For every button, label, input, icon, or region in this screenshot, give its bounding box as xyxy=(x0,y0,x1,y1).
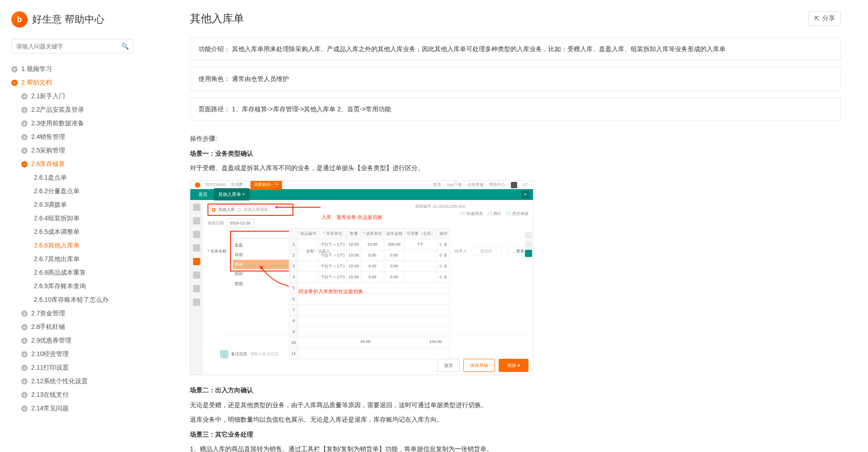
nav-2-2[interactable]: +2.2产品安装及登录 xyxy=(11,103,133,117)
steps-section: 操作步骤: 场景一：业务类型确认 对于受赠、盘盈或是拆装入库等不同的业务，是通过… xyxy=(190,133,841,452)
nav-2-6-1[interactable]: 2.6.1盘点单 xyxy=(11,171,133,185)
nav-2-14[interactable]: +2.14常见问题 xyxy=(11,402,133,415)
ss-tool-history[interactable]: 历史单据 xyxy=(506,210,528,218)
nav-2-9[interactable]: +2.9优惠券管理 xyxy=(11,334,133,347)
nav-2-4[interactable]: +2.4销售管理 xyxy=(11,130,133,144)
role-text: 通常由仓管人员维护 xyxy=(232,75,289,82)
ss-buy-button[interactable]: 我要购买一下 xyxy=(250,181,282,190)
table-row[interactable]: 2个(1个 = 1个)10.000.000.00⊕ 🗑 xyxy=(289,250,450,261)
ss-rb-icon[interactable] xyxy=(525,232,532,239)
ss-dd-opt[interactable]: 盘盈 xyxy=(233,241,291,250)
ss-dd-opt[interactable]: 其他 xyxy=(233,250,291,260)
nav-2-6-2[interactable]: 2.6.2分量盘点单 xyxy=(11,185,133,198)
ss-avatar-icon[interactable] xyxy=(511,182,517,188)
ss-side-icon[interactable] xyxy=(193,271,200,279)
nav-2-5[interactable]: +2.5采购管理 xyxy=(11,144,133,157)
radio-icon[interactable] xyxy=(237,208,241,212)
path-text: 1、库存核算->库存管理->其他入库单 2、首页->常用功能 xyxy=(232,105,391,113)
brand-row: b 好生意 帮助中心 xyxy=(11,11,133,28)
nav-2-6-5[interactable]: 2.6.5成本调整单 xyxy=(11,225,133,239)
ss-total-amt: 100.00 xyxy=(429,338,442,346)
ss-link-home[interactable]: 首页 xyxy=(433,181,441,189)
embedded-screenshot: TEST-H002 先消费 ↓ 我要购买一下 首页 App下载 在线客服 帮助中… xyxy=(190,181,533,375)
scene3-p1: 1、赠品入库的商品直接转为销售。通过工具栏【复制/复制为销货单】功能，将单据信息… xyxy=(190,443,841,452)
ss-jsr-select[interactable]: 请选择 xyxy=(471,247,502,256)
intro-box: 功能介绍：其他入库单用来处理除采购入库、产成品入库之外的其他入库业务，因此其他入… xyxy=(190,37,841,61)
ss-side-icon[interactable] xyxy=(193,231,200,238)
ss-tool-insert[interactable]: 插行 xyxy=(487,210,502,218)
ss-link-app[interactable]: App下载 xyxy=(447,181,462,189)
ss-draft-button[interactable]: 保存草稿 xyxy=(463,359,495,372)
share-icon: ⇱ xyxy=(814,15,820,22)
ss-topbar: TEST-H002 先消费 ↓ 我要购买一下 首页 App下载 在线客服 帮助中… xyxy=(190,181,533,189)
ss-logo-icon xyxy=(195,182,200,188)
ss-toolbar: 快速填充 插行 历史单据 xyxy=(460,210,528,218)
ss-remark-input[interactable]: 请输入备注信息 xyxy=(250,350,278,358)
nav-2-6[interactable]: −2.6库存核算 xyxy=(11,157,133,171)
path-label: 页面路径： xyxy=(198,105,230,113)
ss-tab-home[interactable]: 首页 xyxy=(194,188,212,200)
nav-2-13[interactable]: +2.13在线支付 xyxy=(11,388,133,402)
steps-title: 操作步骤: xyxy=(190,133,841,145)
table-row[interactable]: 3个(1个 = 1个)10.000.000.00⊕ 🗑 xyxy=(289,261,450,272)
table-row[interactable]: 8 xyxy=(289,315,450,326)
ss-close-icon[interactable]: × xyxy=(521,190,529,199)
nav-2-12[interactable]: +2.12系统个性化设置 xyxy=(11,375,133,388)
table-row[interactable]: 4个(1个 = 1个)10.000.000.00⊕ 🗑 xyxy=(289,272,450,283)
nav-2-6-10[interactable]: 2.6.10库存账本错了怎么办 xyxy=(11,293,133,307)
nav-docs[interactable]: −2.帮助文档 xyxy=(11,76,133,90)
remark-icon xyxy=(220,350,228,358)
intro-text: 其他入库单用来处理除采购入库、产成品入库之外的其他入库业务，因此其他入库单可处理… xyxy=(232,45,726,52)
ss-code: 单据编号 JC-20191226-001 xyxy=(415,203,465,210)
ss-rb-icon[interactable] xyxy=(525,241,532,248)
scene1-title: 场景一：业务类型确认 xyxy=(190,147,841,160)
ss-side-icon[interactable] xyxy=(193,299,200,306)
ss-radio1[interactable]: 其他入库 xyxy=(218,206,235,214)
table-row[interactable]: 5 xyxy=(289,283,450,294)
ss-tab-current[interactable]: 其他入库单 × xyxy=(214,188,250,200)
ss-rb-icon[interactable] xyxy=(525,250,532,257)
ss-side-icon[interactable] xyxy=(193,244,200,252)
ss-cancel-button[interactable]: 放弃 xyxy=(437,359,460,372)
radio-icon[interactable] xyxy=(212,208,216,212)
nav-2-3[interactable]: +2.3使用前数据准备 xyxy=(11,117,133,130)
table-row[interactable]: 7 xyxy=(289,305,450,315)
nav-2-6-8[interactable]: 2.6.8商品成本重算 xyxy=(11,266,133,280)
ss-radio-row: 其他入库 其他入库退库 xyxy=(208,204,293,216)
ss-link-service[interactable]: 在线客服 xyxy=(467,181,484,189)
nav-2-6-4[interactable]: 2.6.4组装拆卸单 xyxy=(11,212,133,225)
nav-2-7[interactable]: +2.7资金管理 xyxy=(11,307,133,320)
ss-save-button[interactable]: 保存 ▾ xyxy=(499,359,528,372)
search-input[interactable] xyxy=(11,39,133,53)
role-box: 使用角色：通常由仓管人员维护 xyxy=(190,67,841,90)
share-button[interactable]: ⇱ 分享 xyxy=(808,11,841,26)
ss-side-icon[interactable] xyxy=(193,204,200,211)
scene3-title: 场景三：其它业务处理 xyxy=(190,428,841,441)
nav-2-1[interactable]: +2.1新手入门 xyxy=(11,90,133,103)
nav-video[interactable]: +1.视频学习 xyxy=(11,62,133,76)
ss-side-icon[interactable] xyxy=(193,285,200,292)
ss-tool-fill[interactable]: 快速填充 xyxy=(460,210,483,218)
brand-title: 好生意 帮助中心 xyxy=(32,13,104,26)
ss-sidenav xyxy=(190,200,203,375)
page-title: 其他入库单 xyxy=(190,11,244,26)
ss-link-help[interactable]: 帮助中心 xyxy=(489,181,505,189)
main: 其他入库单 ⇱ 分享 功能介绍：其他入库单用来处理除采购入库、产成品入库之外的其… xyxy=(145,0,868,452)
ss-side-icon[interactable] xyxy=(193,217,200,224)
table-row[interactable]: 6 xyxy=(289,294,450,305)
nav-2-8[interactable]: +2.8手机旺铺 xyxy=(11,320,133,334)
ss-test-label: TEST-H002 xyxy=(205,181,226,189)
ss-date-input[interactable]: 2019-12-26 xyxy=(226,219,254,228)
search-icon[interactable]: 🔍 xyxy=(121,43,129,50)
ss-side-icon-active[interactable] xyxy=(193,258,200,265)
nav-2-10[interactable]: +2.10经营管理 xyxy=(11,347,133,361)
ss-jsr-label: 经手人 xyxy=(455,247,467,255)
ss-dropdown-input[interactable] xyxy=(233,233,291,239)
nav-2-6-7[interactable]: 2.6.7其他出库单 xyxy=(11,252,133,266)
table-row[interactable]: 1个(1个 = 1个)10.0010.00100.007个⊕ 🗑 xyxy=(289,239,450,250)
nav-2-6-6[interactable]: 2.6.6其他入库单 xyxy=(11,239,133,252)
nav-2-6-9[interactable]: 2.6.9库存账本查询 xyxy=(11,280,133,293)
nav-2-6-3[interactable]: 2.6.3调拨单 xyxy=(11,198,133,212)
nav-2-11[interactable]: +2.11打印设置 xyxy=(11,361,133,375)
ss-radio2[interactable]: 其他入库退库 xyxy=(244,206,268,214)
